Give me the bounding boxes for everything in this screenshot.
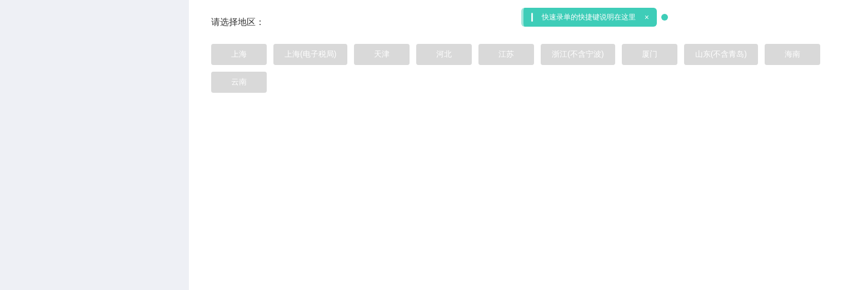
tooltip-container: 快速录单的快捷键说明在这里 × — [521, 8, 668, 27]
region-button-yunnan[interactable]: 云南 — [211, 72, 267, 93]
tooltip-badge: 快速录单的快捷键说明在这里 × — [521, 8, 657, 27]
tooltip-bar-icon — [531, 13, 533, 22]
tooltip-close-button[interactable]: × — [645, 13, 649, 22]
region-button-zhejiang[interactable]: 浙江(不含宁波) — [541, 44, 615, 65]
tooltip-text: 快速录单的快捷键说明在这里 — [542, 12, 636, 22]
region-buttons-container: 上海上海(电子税局)天津河北江苏浙江(不含宁波)厦门山东(不含青岛)海南云南 — [211, 44, 846, 93]
region-button-jiangsu[interactable]: 江苏 — [478, 44, 534, 65]
region-button-shanghai[interactable]: 上海 — [211, 44, 267, 65]
region-button-shanghai-etax[interactable]: 上海(电子税局) — [273, 44, 347, 65]
region-button-shandong[interactable]: 山东(不含青岛) — [684, 44, 758, 65]
main-content: 请选择地区： 上海上海(电子税局)天津河北江苏浙江(不含宁波)厦门山东(不含青岛… — [189, 0, 868, 290]
tooltip-dot-icon — [661, 14, 668, 21]
region-button-hebei[interactable]: 河北 — [416, 44, 472, 65]
region-button-tianjin[interactable]: 天津 — [354, 44, 410, 65]
region-button-hainan[interactable]: 海南 — [765, 44, 820, 65]
sidebar — [0, 0, 189, 290]
region-button-xiamen[interactable]: 厦门 — [622, 44, 677, 65]
